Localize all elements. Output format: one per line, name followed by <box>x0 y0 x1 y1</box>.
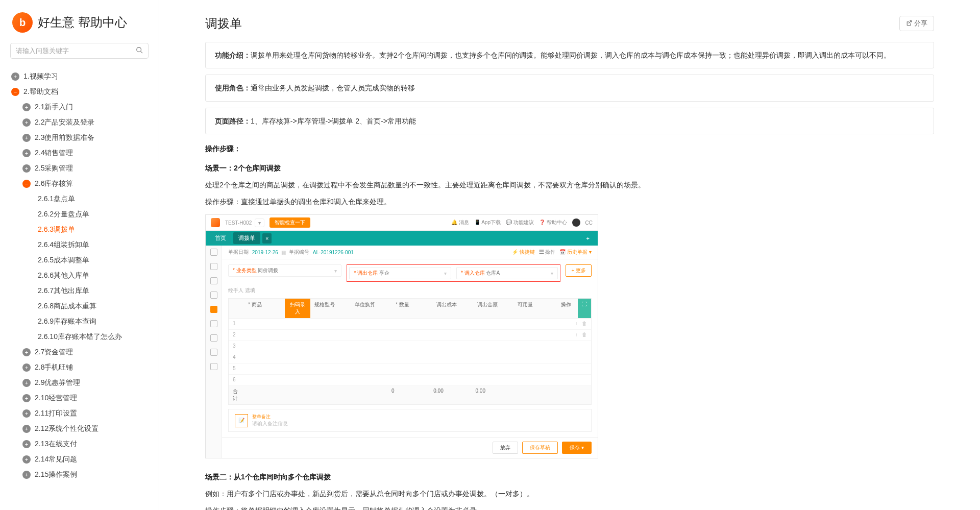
nav-item-label: 2.11打印设置 <box>35 409 77 418</box>
nav-item-label: 2.6库存核算 <box>35 179 73 188</box>
nav-item[interactable]: +2.6.9库存账本查询 <box>6 314 153 329</box>
nav-item-label: 2.5采购管理 <box>35 164 73 173</box>
role-box: 使用角色：通常由业务人员发起调拨，仓管人员完成实物的转移 <box>205 75 934 101</box>
scene2-para2: 操作步骤：将单据明细中的调入仓库设置为显示，同时将单据头的调入仓设置为非必录。 <box>205 504 934 510</box>
nav-item[interactable]: +2.6.2分量盘点单 <box>6 207 153 222</box>
scene1-para1: 处理2个仓库之间的商品调拨，在调拨过程中不会发生商品数量的不一致性。主要处理近距… <box>205 178 934 192</box>
expand-icon: + <box>22 394 31 402</box>
nav-item-label: 2.2产品安装及登录 <box>35 118 94 127</box>
nav-item[interactable]: +2.1新手入门 <box>6 100 153 115</box>
nav-item-label: 2.4销售管理 <box>35 149 73 158</box>
expand-icon: + <box>22 348 31 356</box>
brand-title: 好生意 帮助中心 <box>38 14 127 31</box>
nav-item-label: 2.3使用前数据准备 <box>35 133 94 142</box>
rail-icon <box>210 363 217 370</box>
rail-icon <box>210 334 217 342</box>
expand-icon: + <box>22 118 31 127</box>
share-button[interactable]: 分享 <box>899 16 934 31</box>
nav-item[interactable]: +2.14常见问题 <box>6 452 153 467</box>
nav-item-label: 2.6.8商品成本重算 <box>38 302 96 311</box>
rail-icon <box>210 320 217 327</box>
nav-item[interactable]: +2.10经营管理 <box>6 391 153 406</box>
svg-line-1 <box>141 52 143 54</box>
collapse-icon: − <box>11 88 19 96</box>
screenshot-1: TEST-H002 ▾ 智能检查一下 🔔 消息 📱 App下载 💬 功能建议 ❓… <box>205 214 598 458</box>
nav-item[interactable]: +2.7资金管理 <box>6 345 153 360</box>
nav-item-label: 2.6.4组装拆卸单 <box>38 240 89 250</box>
items-table: * 商品 扫码录入 规格型号 单位换算 * 数量 调出成本 调出金额 可用量 操… <box>228 298 592 405</box>
expand-icon: + <box>11 72 19 81</box>
expand-icon: + <box>22 103 31 111</box>
nav-item-label: 2.9优惠券管理 <box>35 378 80 387</box>
nav-item-label: 2.12系统个性化设置 <box>35 424 99 433</box>
nav-item[interactable]: +2.6.3调拨单 <box>6 222 153 237</box>
nav-item[interactable]: +2.6.5成本调整单 <box>6 253 153 268</box>
nav-item[interactable]: +2.6.8商品成本重算 <box>6 299 153 314</box>
expand-icon: + <box>22 440 31 448</box>
nav-item[interactable]: +2.6.7其他出库单 <box>6 283 153 299</box>
nav-item-label: 2.帮助文档 <box>23 87 58 96</box>
nav-item[interactable]: +2.12系统个性化设置 <box>6 421 153 436</box>
nav-item-label: 2.6.6其他入库单 <box>38 271 89 280</box>
main-content: 调拨单 分享 功能介绍：调拨单用来处理仓库间货物的转移业务。支持2个仓库间的调拨… <box>159 0 980 510</box>
nav-item[interactable]: +2.9优惠券管理 <box>6 375 153 391</box>
tab-current: 调拨单 <box>233 232 260 244</box>
nav-item-label: 2.6.7其他出库单 <box>38 286 89 296</box>
smart-check-button: 智能检查一下 <box>270 217 310 228</box>
rail-icon <box>210 249 217 256</box>
nav-item-label: 2.10经营管理 <box>35 394 77 403</box>
nav-item-label: 2.13在线支付 <box>35 440 77 449</box>
nav-item[interactable]: −2.6库存核算 <box>6 176 153 191</box>
nav-item[interactable]: +1.视频学习 <box>6 69 153 84</box>
nav-item[interactable]: +2.6.4组装拆卸单 <box>6 237 153 253</box>
rail-icon <box>210 349 217 356</box>
nav-item[interactable]: +2.4销售管理 <box>6 145 153 161</box>
nav-item-label: 2.6.10库存账本错了怎么办 <box>38 332 122 342</box>
expand-icon: + <box>22 425 31 433</box>
nav-item[interactable]: +2.3使用前数据准备 <box>6 130 153 145</box>
avatar-icon <box>572 218 580 227</box>
draft-button: 保存草稿 <box>522 442 558 454</box>
rail-icon <box>210 277 217 284</box>
save-button: 保存 ▾ <box>562 442 592 454</box>
rail-icon-active <box>210 306 217 313</box>
search-input-wrap[interactable] <box>10 43 149 59</box>
nav-item-label: 2.15操作案例 <box>35 470 77 479</box>
nav-item[interactable]: +2.13在线支付 <box>6 436 153 452</box>
tab-add-icon: + <box>582 233 594 244</box>
biz-type-field: * 业务类型 同价调拨▾ <box>228 264 341 277</box>
scene1-heading: 场景一：2个仓库间调拨 <box>205 164 934 173</box>
nav-item-label: 2.6.1盘点单 <box>38 195 75 204</box>
expand-icon: + <box>22 471 31 479</box>
search-input[interactable] <box>16 47 136 55</box>
nav-item[interactable]: +2.6.10库存账本错了怎么办 <box>6 329 153 345</box>
nav-item[interactable]: +2.6.1盘点单 <box>6 191 153 207</box>
nav-item[interactable]: +2.2产品安装及登录 <box>6 115 153 130</box>
nav-item-label: 2.7资金管理 <box>35 348 73 357</box>
nav-item[interactable]: +2.15操作案例 <box>6 467 153 482</box>
nav-item[interactable]: +2.5采购管理 <box>6 161 153 176</box>
nav-item[interactable]: +2.6.6其他入库单 <box>6 268 153 283</box>
intro-box: 功能介绍：调拨单用来处理仓库间货物的转移业务。支持2个仓库间的调拨，也支持多个仓… <box>205 42 934 68</box>
out-store-field: * 调出仓库 享企▾ <box>349 267 451 279</box>
nav-item[interactable]: −2.帮助文档 <box>6 84 153 100</box>
nav-item-label: 2.6.2分量盘点单 <box>38 210 89 219</box>
in-store-field: * 调入仓库 仓库A▾ <box>456 267 558 279</box>
suggest-link: 💬 功能建议 <box>506 219 534 226</box>
discard-button: 放弃 <box>493 442 518 454</box>
note-icon: 📝 <box>235 414 248 427</box>
nav-item-label: 2.8手机旺铺 <box>35 363 73 372</box>
sidebar: b 好生意 帮助中心 +1.视频学习−2.帮助文档+2.1新手入门+2.2产品安… <box>0 0 159 510</box>
nav-item[interactable]: +2.8手机旺铺 <box>6 360 153 375</box>
expand-icon: + <box>22 455 31 464</box>
nav-item[interactable]: +2.11打印设置 <box>6 406 153 421</box>
app-download-link: 📱 App下载 <box>474 219 501 226</box>
nav-item-label: 2.6.3调拨单 <box>38 225 75 234</box>
tab-home: 首页 <box>210 232 231 244</box>
nav-item-label: 2.6.5成本调整单 <box>38 256 89 265</box>
app-logo-icon <box>211 218 220 227</box>
tab-close-icon: × <box>262 233 272 244</box>
more-button: + 更多 <box>566 264 592 277</box>
search-icon[interactable] <box>136 46 143 55</box>
steps-heading: 操作步骤： <box>205 144 934 154</box>
